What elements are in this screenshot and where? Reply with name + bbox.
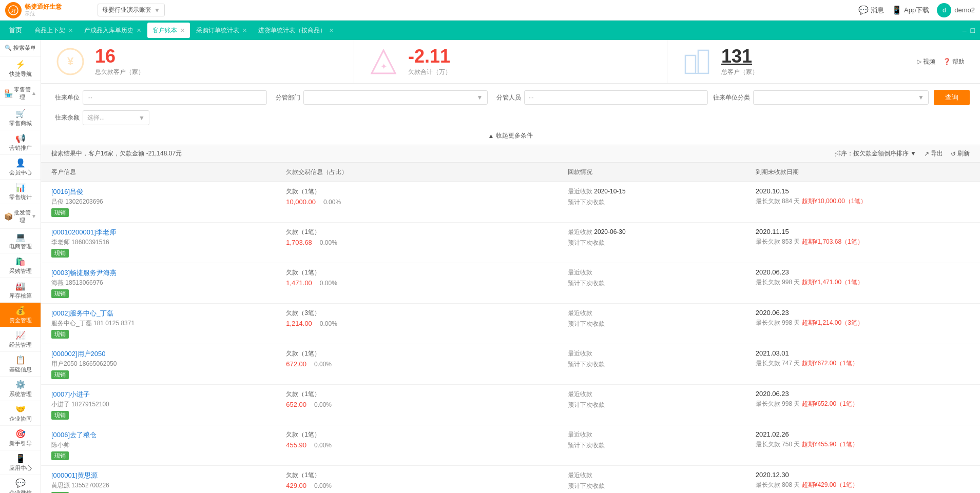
tab-inbound-stats[interactable]: 进货单统计表（按商品） ✕ <box>253 23 339 38</box>
table-row: [0002]服务中心_丁磊 服务中心_丁磊 181 0125 8371 现销 欠… <box>41 304 980 344</box>
minimize-btn[interactable]: – <box>963 26 967 34</box>
customer-name-link[interactable]: [000001]黄思源 <box>51 471 98 479</box>
overdue-amount[interactable]: 超期¥455.90（1笔） <box>802 441 858 448</box>
debt-amount[interactable]: 1,703.68 <box>286 239 312 246</box>
debt-amount[interactable]: 1,471.00 <box>286 279 312 287</box>
customer-name-link[interactable]: [000002]用户2050 <box>51 350 106 358</box>
tab-purchase-order[interactable]: 采购订单统计表 ✕ <box>191 23 252 38</box>
sidebar-item-batch-mgmt[interactable]: 📦 批发管理 ▼ <box>0 204 41 229</box>
due-date: 2020.12.30 <box>756 471 970 479</box>
table-row: [0007]小进子 小进子 18279152100 现销 欠款（1笔） 652.… <box>41 385 980 425</box>
from-unit-input[interactable]: ··· <box>83 90 267 105</box>
tab-home[interactable]: 首页 <box>3 23 28 38</box>
stat-value-total-customers[interactable]: 131 <box>721 47 758 66</box>
sidebar-item-inventory[interactable]: 🏭 库存核算 <box>0 278 41 303</box>
maximize-btn[interactable]: □ <box>971 26 975 34</box>
close-tab-production-history[interactable]: ✕ <box>137 27 141 34</box>
customer-name-link[interactable]: [0003]畅捷服务尹海燕 <box>51 269 117 277</box>
sidebar-item-app-center[interactable]: 📱 应用中心 <box>0 450 41 475</box>
overdue-amount[interactable]: 超期¥1,471.00（1笔） <box>802 279 863 286</box>
unit-category-label: 往来单位分类 <box>713 93 750 102</box>
overdue-amount[interactable]: 超期¥1,214.00（3笔） <box>802 319 863 326</box>
overdue-amount[interactable]: 超期¥429.00（1笔） <box>802 481 858 488</box>
close-tab-purchase-order[interactable]: ✕ <box>242 27 247 34</box>
sidebar-item-basic-info[interactable]: 📋 基础信息 <box>0 352 41 377</box>
sidebar-item-ecommerce[interactable]: 💻 电商管理 <box>0 229 41 253</box>
debt-pct: 0.00% <box>314 442 332 449</box>
customer-name-link[interactable]: [00010200001]李老师 <box>51 228 116 236</box>
app-title: 畅捷通好生意 <box>25 3 62 11</box>
search-menu-item[interactable]: 🔍搜索菜单 <box>0 40 41 56</box>
sidebar-item-finance[interactable]: 💰 资金管理 <box>0 303 41 327</box>
close-tab-product-shelf[interactable]: ✕ <box>68 27 73 34</box>
help-btn[interactable]: ❓帮助 <box>943 57 965 66</box>
debt-pct: 0.00% <box>320 280 337 287</box>
table-row: [00010200001]李老师 李老师 18600391516 现销 欠款（1… <box>41 223 980 263</box>
due-date: 2020.06.23 <box>756 390 970 398</box>
sidebar-item-member-center[interactable]: 👤 会员中心 <box>0 155 41 180</box>
sidebar-item-sys-mgmt[interactable]: ⚙️ 系统管理 <box>0 377 41 401</box>
video-btn[interactable]: ▷视频 <box>917 57 935 66</box>
tab-production-history[interactable]: 产成品入库单历史 ✕ <box>79 23 146 38</box>
debt-amount[interactable]: 10,000.00 <box>286 198 316 206</box>
due-date: 2021.03.01 <box>756 349 970 357</box>
stat-overdue-customers: ¥ 16 总欠款客户（家） <box>41 40 354 83</box>
unit-category-select[interactable]: ▼ <box>753 90 929 105</box>
customer-name-link[interactable]: [0016]吕俊 <box>51 188 83 195</box>
customer-sub: 李老师 18600391516 <box>51 238 265 247</box>
stat-value-overdue-customers: 16 <box>95 47 144 66</box>
app-download-btn[interactable]: 📱 App下载 <box>892 5 929 15</box>
overdue-amount[interactable]: 超期¥1,703.68（1笔） <box>802 238 863 245</box>
customer-sub: 海燕 18513066976 <box>51 279 265 287</box>
debt-amount[interactable]: 652.00 <box>286 401 306 408</box>
query-button[interactable]: 查询 <box>934 90 970 105</box>
col-debt-info: 欠款交易信息（占比） <box>276 163 558 182</box>
sidebar-item-enterprise-wechat[interactable]: 💬 企业微信 <box>0 475 41 493</box>
customer-tag: 现销 <box>51 451 69 460</box>
sort-label[interactable]: 排序：按欠款金额倒序排序 ▼ <box>835 149 916 158</box>
sidebar-item-business-mgmt[interactable]: 📈 经营管理 <box>0 327 41 352</box>
customer-sub: 用户2050 18665062050 <box>51 360 265 368</box>
dept-select[interactable]: ▼ <box>303 90 488 105</box>
customer-sub: 小进子 18279152100 <box>51 400 265 409</box>
debt-count: 欠款（1笔） <box>286 390 547 399</box>
overdue-amount[interactable]: 超期¥652.00（1笔） <box>802 400 858 407</box>
debt-amount[interactable]: 455.90 <box>286 441 306 449</box>
balance-select[interactable]: 选择... ▼ <box>83 110 149 125</box>
customer-name-link[interactable]: [0002]服务中心_丁磊 <box>51 309 113 317</box>
collapse-btn[interactable]: ▲ 收起更多条件 <box>488 131 533 140</box>
close-tab-inbound-stats[interactable]: ✕ <box>329 27 334 34</box>
tab-customer-account[interactable]: 客户账本 ✕ <box>147 23 190 38</box>
sidebar-item-retail-mgmt[interactable]: 🏪 零售管理 ▲ <box>0 81 41 106</box>
export-btn[interactable]: ↗导出 <box>924 149 943 158</box>
debt-amount[interactable]: 1,214.00 <box>286 320 312 327</box>
sidebar-item-retail-stats[interactable]: 📊 零售统计 <box>0 180 41 204</box>
sidebar-item-enterprise-coop[interactable]: 🤝 企业协同 <box>0 401 41 426</box>
sidebar-item-retail-store[interactable]: 🛒 零售商城 <box>0 106 41 130</box>
close-tab-customer-account[interactable]: ✕ <box>180 27 185 34</box>
sidebar-item-marketing[interactable]: 📢 营销推广 <box>0 130 41 155</box>
sidebar-item-purchase-mgmt[interactable]: 🛍️ 采购管理 <box>0 253 41 278</box>
sidebar-item-new-guide[interactable]: 🎯 新手引导 <box>0 426 41 450</box>
stat-label-total-customers: 总客户（家） <box>721 68 758 76</box>
overdue-amount[interactable]: 超期¥10,000.00（1笔） <box>802 198 867 205</box>
user-avatar[interactable]: d demo2 <box>937 3 975 17</box>
debt-amount[interactable]: 429.00 <box>286 482 306 489</box>
stat-total-customers: 131 总客户（家） ▷视频 ❓帮助 <box>667 40 980 83</box>
dept-label: 分管部门 <box>272 93 300 102</box>
company-selector[interactable]: 母婴行业演示账套 ▼ <box>98 4 165 16</box>
customer-name-link[interactable]: [0006]去了粮仓 <box>51 431 97 439</box>
manager-input[interactable]: ··· <box>524 90 708 105</box>
sidebar-item-quick-nav[interactable]: ⚡ 快捷导航 <box>0 56 41 81</box>
debt-amount[interactable]: 672.00 <box>286 360 306 368</box>
customer-name-link[interactable]: [0007]小进子 <box>51 390 90 398</box>
customer-sub: 黄思源 13552700226 <box>51 481 265 490</box>
table-row: [0003]畅捷服务尹海燕 海燕 18513066976 现销 欠款（1笔） 1… <box>41 263 980 304</box>
due-date: 2020.11.15 <box>756 228 970 235</box>
debt-count: 欠款（1笔） <box>286 430 547 439</box>
overdue-amount[interactable]: 超期¥672.00（1笔） <box>802 360 858 367</box>
tab-product-shelf[interactable]: 商品上下架 ✕ <box>29 23 78 38</box>
message-btn[interactable]: 💬 消息 <box>858 5 884 15</box>
customer-tag: 现销 <box>51 208 69 217</box>
refresh-btn[interactable]: ↺刷新 <box>951 149 970 158</box>
